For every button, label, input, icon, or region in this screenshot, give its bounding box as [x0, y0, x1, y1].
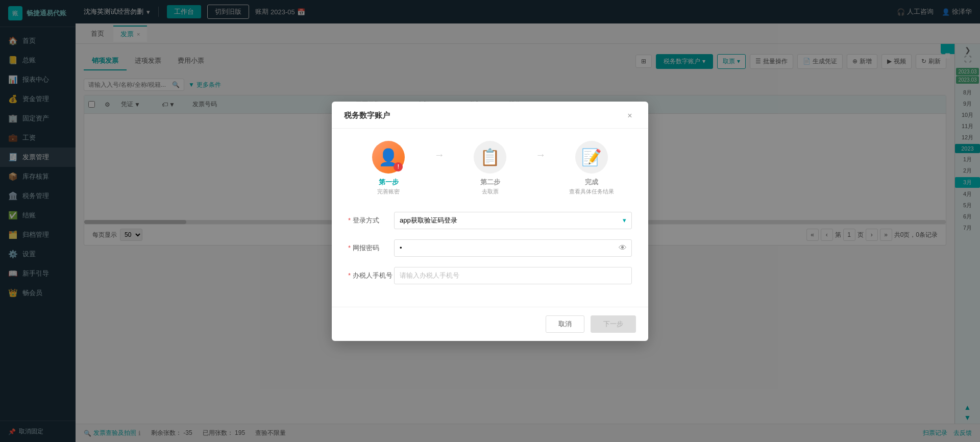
step-3-desc: 查看具体任务结果: [569, 188, 614, 195]
step-1-label: 第一步: [379, 178, 399, 187]
cancel-button[interactable]: 取消: [546, 315, 584, 333]
step-1: 👤 ! 第一步 完善账密: [348, 141, 429, 195]
select-dropdown-icon: ▾: [623, 216, 626, 224]
password-input[interactable]: [394, 239, 632, 257]
phone-input[interactable]: [394, 267, 632, 284]
login-method-label: * 登录方式: [348, 216, 394, 225]
modal-body: 👤 ! 第一步 完善账密 → 📋 第二步 去取票 →: [332, 129, 648, 307]
step-2-label: 第二步: [480, 178, 500, 187]
steps-indicator: 👤 ! 第一步 完善账密 → 📋 第二步 去取票 →: [348, 141, 632, 195]
password-label: * 网报密码: [348, 243, 394, 253]
step-1-icon-wrapper: 👤 !: [372, 141, 405, 174]
modal-title: 税务数字账户: [344, 111, 390, 120]
modal-close-button[interactable]: ×: [624, 110, 636, 122]
phone-label-text: 办税人手机号: [353, 272, 393, 279]
step-arrow-1: →: [429, 141, 450, 161]
step-1-badge: !: [394, 162, 403, 171]
next-button[interactable]: 下一步: [591, 315, 636, 333]
login-method-value: app获取验证码登录: [400, 216, 457, 225]
tax-digital-modal: 税务数字账户 × 👤 ! 第一步 完善账密 →: [332, 102, 648, 341]
password-label-text: 网报密码: [353, 244, 379, 252]
step-2-icon-wrapper: 📋: [474, 141, 506, 174]
login-method-select[interactable]: app获取验证码登录 ▾: [394, 212, 632, 229]
login-method-text: 登录方式: [353, 216, 379, 224]
login-required-mark: *: [348, 216, 351, 224]
step-2-icon: 📋: [480, 148, 500, 167]
step-2-desc: 去取票: [482, 188, 499, 195]
password-input-wrapper: 👁: [394, 239, 632, 257]
password-eye-icon[interactable]: 👁: [619, 243, 627, 253]
close-icon: ×: [627, 111, 632, 120]
password-required-mark: *: [348, 244, 351, 252]
modal-overlay[interactable]: 税务数字账户 × 👤 ! 第一步 完善账密 →: [0, 0, 980, 442]
step-3-icon: 📝: [581, 148, 602, 167]
step-3-icon-wrapper: 📝: [575, 141, 608, 174]
modal-header: 税务数字账户 ×: [332, 102, 648, 129]
phone-row: * 办税人手机号: [348, 267, 632, 284]
password-row: * 网报密码 👁: [348, 239, 632, 257]
step-arrow-2: →: [530, 141, 551, 161]
modal-footer: 取消 下一步: [332, 307, 648, 341]
login-method-row: * 登录方式 app获取验证码登录 ▾: [348, 212, 632, 229]
step-2: 📋 第二步 去取票: [450, 141, 531, 195]
phone-label: * 办税人手机号: [348, 271, 394, 280]
step-3-label: 完成: [585, 178, 598, 187]
phone-required-mark: *: [348, 272, 351, 279]
step-3: 📝 完成 查看具体任务结果: [551, 141, 632, 195]
step-1-desc: 完善账密: [377, 188, 400, 195]
